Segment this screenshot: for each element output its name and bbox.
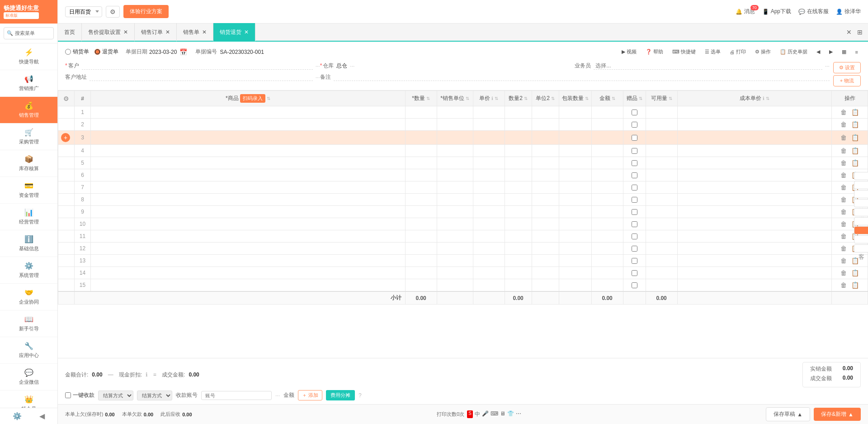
row-product-cell[interactable] <box>91 218 406 230</box>
row-available-cell[interactable] <box>646 218 677 230</box>
toolbar-print-btn[interactable]: 🖨打印 <box>727 47 749 57</box>
right-panel-btn-3[interactable]: 签 <box>854 199 868 207</box>
row-unit2-cell[interactable] <box>532 206 559 218</box>
row-pack-qty-cell[interactable] <box>559 218 591 230</box>
row-sale-unit-cell[interactable] <box>437 243 473 255</box>
row-sale-unit-cell[interactable] <box>437 169 473 181</box>
row-delete-button-12[interactable]: 🗑 <box>840 245 848 252</box>
sidebar-item-13[interactable]: 👑畅会员 <box>0 391 57 408</box>
row-product-cell[interactable] <box>91 106 406 119</box>
save-new-button[interactable]: 保存&新增 ▲ <box>814 408 861 421</box>
sidebar-settings-button[interactable]: ⚙️ <box>13 412 22 420</box>
row-pack-qty-cell[interactable] <box>559 169 591 181</box>
row-cost-price-cell[interactable] <box>677 255 831 267</box>
row-pack-qty-cell[interactable] <box>559 230 591 243</box>
row-amount-cell[interactable] <box>591 169 623 181</box>
row-qty-cell[interactable] <box>405 131 437 145</box>
row-delete-button-6[interactable]: 🗑 <box>840 172 848 179</box>
row-available-cell[interactable] <box>646 194 677 206</box>
right-panel-btn-1[interactable]: 批 <box>854 181 868 189</box>
row-amount-cell[interactable] <box>591 119 623 131</box>
toolbar-shortcut-btn[interactable]: ⌨快捷键 <box>670 47 698 57</box>
row-qty2-cell[interactable] <box>505 243 532 255</box>
row-sale-unit-cell[interactable] <box>437 230 473 243</box>
settlement-method-select[interactable]: 结算方式 <box>98 391 133 400</box>
row-product-cell[interactable] <box>91 279 406 292</box>
row-product-cell[interactable] <box>91 169 406 181</box>
row-delete-button-2[interactable]: 🗑 <box>840 121 848 128</box>
gift-checkbox-10[interactable] <box>632 221 637 227</box>
amount-sort-icon[interactable]: ⇅ <box>612 96 615 101</box>
row-sale-unit-cell[interactable] <box>437 131 473 145</box>
row-available-cell[interactable] <box>646 181 677 194</box>
row-cost-price-cell[interactable] <box>677 169 831 181</box>
pack-sort-icon[interactable]: ⇅ <box>585 96 589 101</box>
scan-button[interactable]: 扫码录入 <box>240 94 265 103</box>
row-qty2-cell[interactable] <box>505 255 532 267</box>
row-unit-price-cell[interactable] <box>473 267 505 279</box>
row-qty2-cell[interactable] <box>505 218 532 230</box>
tab-1[interactable]: 售价提取设置✕ <box>82 23 135 41</box>
row-delete-button-11[interactable]: 🗑 <box>840 233 848 240</box>
row-cost-price-cell[interactable] <box>677 157 831 169</box>
row-unit-price-cell[interactable] <box>473 119 505 131</box>
tab-close-1[interactable]: ✕ <box>123 29 128 35</box>
row-amount-cell[interactable] <box>591 181 623 194</box>
row-amount-cell[interactable] <box>591 267 623 279</box>
product-input-10[interactable] <box>94 221 402 227</box>
row-cost-price-cell[interactable] <box>677 106 831 119</box>
row-unit-price-cell[interactable] <box>473 218 505 230</box>
row-delete-button-1[interactable]: 🗑 <box>840 109 848 116</box>
right-panel-btn-4[interactable]: 附 <box>854 208 868 216</box>
gift-checkbox-12[interactable] <box>632 246 637 252</box>
product-input-8[interactable] <box>94 196 402 203</box>
row-delete-button-9[interactable]: 🗑 <box>840 208 848 215</box>
row-unit2-cell[interactable] <box>532 243 559 255</box>
row-product-cell[interactable] <box>91 119 406 131</box>
row-sale-unit-cell[interactable] <box>437 218 473 230</box>
row-delete-button-3[interactable]: 🗑 <box>840 134 848 141</box>
row-amount-cell[interactable] <box>591 243 623 255</box>
row-unit2-cell[interactable] <box>532 131 559 145</box>
toolbar-grid-btn[interactable]: ▦ <box>839 48 849 56</box>
one-click-collect-input[interactable] <box>65 392 71 398</box>
row-delete-button-14[interactable]: 🗑 <box>840 269 848 276</box>
row-cost-price-cell[interactable] <box>677 131 831 145</box>
row-unit2-cell[interactable] <box>532 279 559 292</box>
sidebar-item-0[interactable]: ⚡快捷导航 <box>0 43 57 70</box>
row-pack-qty-cell[interactable] <box>559 267 591 279</box>
row-product-cell[interactable] <box>91 145 406 157</box>
add-button[interactable]: ＋ 添加 <box>298 390 322 400</box>
row-unit-price-cell[interactable] <box>473 230 505 243</box>
row-amount-cell[interactable] <box>591 206 623 218</box>
radio-return-input[interactable] <box>94 49 100 55</box>
product-input-12[interactable] <box>94 245 402 252</box>
row-unit-price-cell[interactable] <box>473 181 505 194</box>
add-row-button[interactable]: + <box>61 133 70 142</box>
toolbar-operate-btn[interactable]: ⚙操作 <box>752 47 774 57</box>
row-amount-cell[interactable] <box>591 106 623 119</box>
row-amount-cell[interactable] <box>591 131 623 145</box>
row-unit2-cell[interactable] <box>532 169 559 181</box>
row-amount-cell[interactable] <box>591 157 623 169</box>
toolbar-next-btn[interactable]: ▶ <box>826 48 835 56</box>
product-input-14[interactable] <box>94 270 402 276</box>
row-product-cell[interactable] <box>91 194 406 206</box>
row-qty-cell[interactable] <box>405 255 437 267</box>
row-qty-cell[interactable] <box>405 157 437 169</box>
sidebar-item-8[interactable]: ⚙️系统管理 <box>0 257 57 284</box>
tab-close-all-button[interactable]: ✕ <box>844 28 854 37</box>
toolbar-video-btn[interactable]: ▶视频 <box>619 47 639 57</box>
right-panel-btn-7[interactable]: 记 <box>854 235 868 243</box>
tab-0[interactable]: 首页 <box>58 23 82 41</box>
product-input-11[interactable] <box>94 233 402 239</box>
address-dots[interactable]: ··· <box>316 74 320 81</box>
row-pack-qty-cell[interactable] <box>559 206 591 218</box>
row-unit2-cell[interactable] <box>532 230 559 243</box>
logistics-button[interactable]: + 物流 <box>833 75 861 86</box>
customer-input[interactable] <box>82 62 313 70</box>
row-pack-qty-cell[interactable] <box>559 243 591 255</box>
product-input-9[interactable] <box>94 209 402 215</box>
row-qty2-cell[interactable] <box>505 131 532 145</box>
row-available-cell[interactable] <box>646 279 677 292</box>
